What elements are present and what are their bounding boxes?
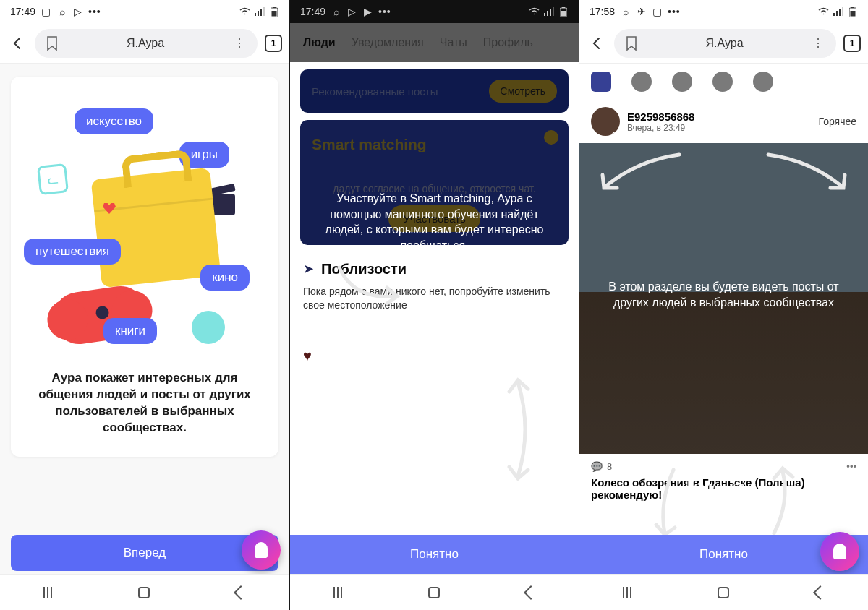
svg-rect-8 [547,11,548,16]
nav-back[interactable] [234,585,248,600]
nav-recents[interactable] [43,587,52,598]
smart-title: Smart matching [312,136,557,153]
tag-travel: путешествия [24,239,121,265]
nav-icon: ▷ [346,7,357,17]
nav-feed-icon[interactable] [591,72,611,92]
browser-bar: Я.Аура ⋮ 1 [0,23,289,64]
nav-back[interactable] [813,585,827,600]
nav-home[interactable] [138,587,150,598]
nav-circle-icon[interactable] [672,72,692,92]
status-bar: 17:49 ⌕ ▷ ▶ ••• [290,0,579,23]
status-time: 17:49 [300,6,326,17]
wifi-icon [818,7,829,17]
url-menu-icon[interactable]: ⋮ [810,36,826,50]
browser-bar: Я.Аура ⋮ 1 [579,23,868,64]
nav-grid-icon[interactable] [753,72,773,92]
back-button[interactable] [7,33,27,53]
status-more: ••• [668,6,681,17]
battery-icon [268,7,279,17]
recommended-banner[interactable]: Рекомендованные посты Смотреть [300,69,569,113]
nav-bell-icon[interactable] [712,72,733,92]
telegram-icon: ✈ [636,7,647,17]
play-icon: ▶ [362,7,373,17]
svg-rect-1 [258,11,259,16]
nav-icon: ▷ [72,7,83,17]
post-header: E9259856868 Вчера, в 23:49 Горячее [579,100,868,143]
page-title: Я.Аура [59,37,231,50]
tabs-button[interactable]: 1 [265,35,282,52]
svg-rect-0 [255,13,256,16]
tab-chats[interactable]: Чаты [440,36,467,49]
svg-rect-16 [839,9,841,16]
comments-count[interactable]: 💬 8••• [591,461,856,472]
svg-rect-13 [561,11,566,17]
nearby-sub: Пока рядом с вами никого нет, попробуйте… [290,280,579,326]
nav-people-icon[interactable] [631,72,652,92]
post-image[interactable] [579,143,868,454]
signal-icon [254,7,265,17]
search-icon: ⌕ [56,7,67,17]
image-icon: ▢ [652,7,663,17]
alice-fab[interactable] [820,532,859,571]
wifi-icon [239,7,250,17]
status-more: ••• [378,6,391,17]
nav-home[interactable] [718,587,729,598]
nav-recents[interactable] [333,587,342,598]
banner-button[interactable]: Смотреть [489,80,557,103]
illustration: искусство игры ᓚ путешествия кино книги [24,94,265,354]
search-icon: ⌕ [620,7,631,17]
status-bar: 17:49 ▢ ⌕ ▷ ••• [0,0,289,23]
tag-kino: кино [200,265,250,291]
signal-icon [833,7,843,17]
ok-button[interactable]: Понятно [290,535,579,574]
nav-back[interactable] [524,585,538,600]
tabs-button[interactable]: 1 [843,35,861,52]
globe-icon [192,311,225,344]
battery-icon [847,7,858,17]
url-menu-icon[interactable]: ⋮ [231,36,247,50]
wifi-icon [529,7,540,17]
banner-title: Рекомендованные посты [312,85,438,98]
svg-rect-3 [263,7,265,16]
top-tabs: Люди Уведомления Чаты Профиль [290,23,579,62]
svg-rect-6 [271,11,276,17]
post-username: E9259856868 [627,111,694,123]
location-icon: ➤ [303,261,314,277]
svg-rect-7 [544,13,545,16]
tab-notifications[interactable]: Уведомления [352,36,424,49]
svg-rect-9 [550,9,551,16]
svg-rect-17 [842,7,843,16]
svg-rect-10 [553,7,554,16]
heart-icon: ♥ [290,348,579,364]
avatar[interactable] [591,107,620,136]
svg-rect-15 [836,11,838,16]
page-title: Я.Аура [639,37,810,50]
onboarding-text: Аура покажет интересных для общения люде… [24,370,265,437]
status-more: ••• [88,6,101,17]
status-time: 17:49 [10,6,35,17]
forward-button[interactable]: Вперед [11,535,278,571]
smart-sub: дадут согласие на общение, откроется чат… [312,182,557,197]
nav-recents[interactable] [623,587,631,598]
system-navbar [579,574,868,610]
svg-rect-14 [833,13,835,16]
tag-books: книги [103,318,157,344]
tab-profile[interactable]: Профиль [483,36,533,49]
onboarding-card: искусство игры ᓚ путешествия кино книги … [11,77,278,457]
back-button[interactable] [587,33,607,53]
tab-people[interactable]: Люди [303,36,336,49]
post-caption: Колесо обозрения в Гданьске (Польша) рек… [591,476,856,501]
nav-home[interactable] [428,587,440,598]
alice-fab[interactable] [242,530,281,570]
bookmark-icon[interactable] [45,33,59,53]
hot-label: Горячее [818,116,856,127]
status-bar: 17:58 ⌕ ✈ ▢ ••• [579,0,868,23]
address-bar[interactable]: Я.Аура ⋮ [35,29,258,58]
bookmark-icon[interactable] [624,33,639,53]
smart-matching-card[interactable]: Smart matching дадут согласие на общение… [300,120,569,245]
participate-button[interactable]: Участвовать [388,205,480,232]
nearby-title: Поблизости [321,261,407,278]
address-bar[interactable]: Я.Аура ⋮ [614,29,836,58]
status-time: 17:58 [590,6,615,17]
search-icon: ⌕ [331,7,341,17]
